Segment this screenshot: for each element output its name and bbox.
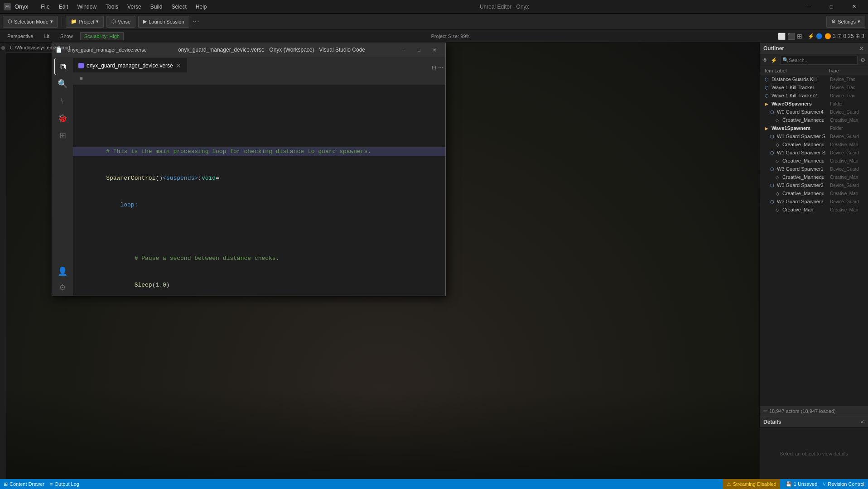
split-editor-button[interactable]: ⊡	[432, 64, 436, 71]
streaming-disabled-warning: ⚠ Streaming Disabled	[723, 479, 780, 489]
perspective-button[interactable]: Perspective	[4, 33, 37, 40]
menu-icon[interactable]: ≡	[77, 74, 86, 83]
device-icon: ⬡	[769, 198, 775, 205]
vscode-breadcrumb: ≡	[73, 72, 445, 85]
outliner-header: Outliner ✕	[760, 43, 868, 54]
show-button[interactable]: Show	[57, 33, 77, 40]
actor-icon: ◇	[774, 190, 781, 197]
close-button[interactable]: ✕	[844, 0, 864, 14]
menu-file[interactable]: File	[37, 3, 53, 11]
content-drawer-button[interactable]: ⊞ Content Drawer	[4, 481, 44, 487]
extensions-icon[interactable]: ⊞	[54, 127, 71, 144]
project-button[interactable]: 📁 Project ▾	[66, 16, 104, 28]
filter-icon[interactable]: ⚡	[770, 56, 778, 64]
accounts-icon[interactable]: 👤	[54, 263, 71, 279]
verse-button[interactable]: ⬡ Verse	[106, 16, 135, 28]
status-bar: ⊞ Content Drawer ≡ Output Log ⚠ Streamin…	[0, 479, 868, 489]
sidebar-dot	[1, 46, 5, 50]
viewport[interactable]: C:\Windows\system32\cmd.. 📄 onyx_guard_m…	[6, 43, 759, 479]
vscode-active-tab[interactable]: onyx_guard_manager_device.verse ✕	[73, 58, 187, 72]
viewport-single-icon[interactable]: ⬜	[778, 33, 786, 40]
more-button[interactable]: ⋯	[438, 64, 444, 71]
viewport-quad-icon[interactable]: ⊞	[797, 33, 802, 40]
dropdown-icon: ▾	[96, 19, 99, 24]
menu-tools[interactable]: Tools	[102, 3, 122, 11]
scalability-button[interactable]: Scalability: High	[80, 32, 124, 40]
right-panel: Outliner ✕ 👁 ⚡ 🔍 ⚙ Item Label Type ⬡ Dis…	[759, 43, 868, 479]
vscode-tabs: onyx_guard_manager_device.verse ✕ ⊡ ⋯	[73, 57, 445, 72]
col-type: Type	[828, 68, 864, 73]
launch-session-button[interactable]: ▶ Launch Session	[138, 16, 189, 28]
output-log-button[interactable]: ≡ Output Log	[50, 481, 79, 487]
settings-icon[interactable]: ⚙	[54, 279, 71, 296]
list-item[interactable]: ⬡ Wave 1 Kill Tracker Device_Trac	[760, 83, 868, 91]
list-item[interactable]: ⬡ Distance Guards Kill Device_Trac	[760, 75, 868, 83]
vscode-maximize[interactable]: □	[412, 45, 426, 54]
menu-bar: File Edit Window Tools Verse Build Selec…	[37, 3, 210, 11]
vscode-minimize[interactable]: ─	[396, 45, 411, 54]
actor-icon: ◇	[774, 141, 781, 148]
debug-icon[interactable]: 🐞	[54, 110, 71, 126]
launch-icon: ▶	[143, 19, 147, 24]
list-item[interactable]: ⬡ W3 Guard Spawner3 Device_Guard	[760, 197, 868, 206]
dropdown-icon: ▾	[50, 19, 53, 24]
menu-verse[interactable]: Verse	[124, 3, 145, 11]
list-item[interactable]: ◇ Creative_Mannequ Creative_Man	[760, 189, 868, 197]
list-item[interactable]: ⬡ W3 Guard Spawner1 Device_Guard	[760, 165, 868, 173]
list-item[interactable]: ◇ Creative_Mannequ Creative_Man	[760, 140, 868, 149]
code-line	[73, 227, 445, 236]
vscode-editor: onyx_guard_manager_device.verse ✕ ⊡ ⋯ ≡	[73, 57, 445, 296]
vscode-editor-content[interactable]: # This is the main processing loop for c…	[73, 85, 445, 296]
save-icon: 💾	[786, 481, 792, 487]
outliner-search-input[interactable]	[789, 58, 855, 63]
details-close-button[interactable]: ✕	[860, 419, 864, 425]
content-drawer-icon: ⊞	[4, 481, 8, 487]
list-item[interactable]: ⬡ Wave 1 Kill Tracker2 Device_Trac	[760, 91, 868, 100]
menu-select[interactable]: Select	[168, 3, 190, 11]
outliner-search-box[interactable]: 🔍	[780, 56, 858, 65]
list-item[interactable]: ◇ Creative_Mannequ Creative_Man	[760, 173, 868, 181]
main-toolbar: ⬡ Selection Mode ▾ 📁 Project ▾ ⬡ Verse ▶…	[0, 14, 868, 30]
folder-icon: ▶	[763, 125, 770, 131]
list-item-folder[interactable]: ▶ Wave1Spawners Folder	[760, 124, 868, 132]
eye-icon[interactable]: 👁	[762, 56, 769, 64]
unsaved-indicator[interactable]: 💾 1 Unsaved	[786, 479, 818, 489]
viewport-bar: Perspective Lit Show Scalability: High P…	[0, 30, 868, 43]
outliner-close-button[interactable]: ✕	[859, 45, 864, 52]
list-item[interactable]: ⬡ W0 Guard Spawner4 Device_Guard	[760, 108, 868, 116]
list-item[interactable]: ◇ Creative_Mannequ Creative_Man	[760, 157, 868, 165]
settings-button[interactable]: ⚙ Settings ▾	[826, 16, 865, 28]
vscode-bottom-icons: 👤 ⚙	[54, 263, 71, 296]
list-item[interactable]: ◇ Creative_Mannequ Creative_Man	[760, 116, 868, 124]
minimize-button[interactable]: ─	[798, 0, 819, 14]
menu-build[interactable]: Build	[147, 3, 166, 11]
selection-mode-button[interactable]: ⬡ Selection Mode ▾	[3, 16, 58, 28]
explorer-icon[interactable]: ⧉	[54, 58, 71, 75]
menu-window[interactable]: Window	[73, 3, 100, 11]
code-line: # Pause a second between distance checks…	[73, 254, 445, 263]
vscode-close[interactable]: ✕	[427, 45, 442, 54]
code-area[interactable]: # This is the main processing loop for c…	[73, 85, 445, 296]
device-icon: ⬡	[769, 109, 775, 115]
code-line: SpawnerControl()<suspends>:void=	[73, 174, 445, 183]
maximize-button[interactable]: □	[821, 0, 842, 14]
more-options-button[interactable]: ⋯	[192, 17, 199, 26]
lit-button[interactable]: Lit	[40, 33, 53, 40]
details-content: Select an object to view details	[760, 428, 868, 479]
menu-help[interactable]: Help	[192, 3, 211, 11]
window-title: Unreal Editor - Onyx	[211, 4, 799, 10]
list-item[interactable]: ⬡ W3 Guard Spawner2 Device_Guard	[760, 181, 868, 189]
revision-icon: ⑂	[823, 481, 826, 487]
settings-icon[interactable]: ⚙	[859, 56, 866, 64]
revision-control-button[interactable]: ⑂ Revision Control	[823, 479, 864, 489]
search-icon[interactable]: 🔍	[54, 76, 71, 92]
viewport-split-icon[interactable]: ⬛	[787, 33, 795, 40]
title-bar: 🎮 Onyx File Edit Window Tools Verse Buil…	[0, 0, 868, 14]
list-item[interactable]: ⬡ W1 Guard Spawner S Device_Guard	[760, 149, 868, 157]
list-item[interactable]: ⬡ W1 Guard Spawner S Device_Guard	[760, 132, 868, 140]
menu-edit[interactable]: Edit	[55, 3, 72, 11]
list-item-folder[interactable]: ▶ WaveOSpawners Folder	[760, 100, 868, 108]
list-item[interactable]: ◇ Creative_Man Creative_Man	[760, 206, 868, 214]
source-control-icon[interactable]: ⑂	[54, 93, 71, 109]
tab-close-button[interactable]: ✕	[176, 62, 181, 69]
